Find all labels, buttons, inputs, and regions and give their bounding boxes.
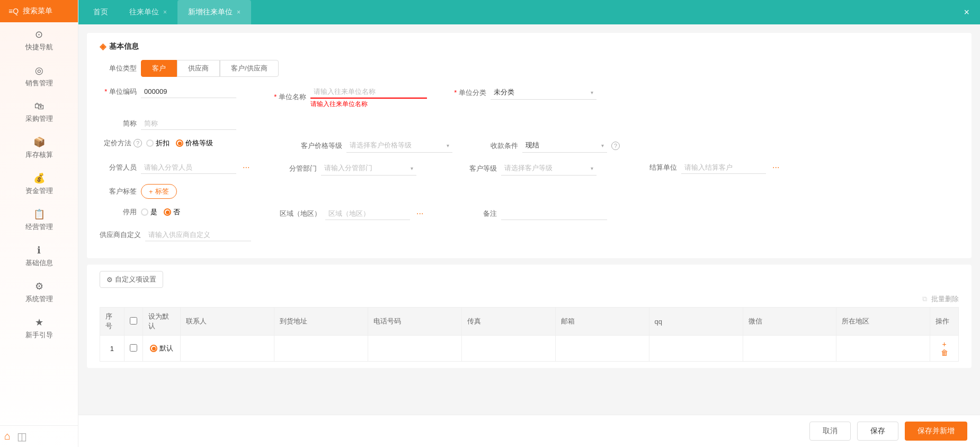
- cell-phone[interactable]: [368, 336, 462, 362]
- default-radio-item[interactable]: 默认: [148, 344, 175, 353]
- supplier-custom-row: 供应商自定义: [100, 229, 959, 241]
- customer-level-dropdown[interactable]: 请选择客户等级 ▾: [501, 161, 596, 176]
- cancel-button[interactable]: 取消: [809, 422, 851, 441]
- sidebar-label-basic-info: 基础信息: [25, 258, 53, 268]
- manager-more-btn[interactable]: ···: [240, 163, 252, 172]
- unit-type-row: 单位类型 客户供应商客户/供应商: [100, 60, 959, 77]
- settlement-more-btn[interactable]: ···: [770, 163, 781, 172]
- unit-name-input[interactable]: [310, 85, 427, 99]
- tab-close-new-partner[interactable]: ×: [237, 8, 240, 16]
- notes-field: 备注: [460, 207, 959, 220]
- sidebar-item-new-guide[interactable]: ★新手引导: [0, 310, 78, 346]
- row-checkbox[interactable]: [130, 344, 137, 352]
- col-7: 微信: [743, 308, 836, 336]
- supplier-custom-input[interactable]: [145, 229, 251, 241]
- tab-close-partner-list[interactable]: ×: [163, 8, 167, 16]
- tag-add-btn[interactable]: + 标签: [141, 184, 177, 199]
- settlement-label: 结算单位: [640, 163, 677, 172]
- region-table-input[interactable]: [842, 345, 924, 353]
- unit-code-input[interactable]: 000009: [141, 85, 236, 98]
- wechat-input[interactable]: [749, 345, 831, 353]
- sidebar-item-sales[interactable]: ◎销售管理: [0, 58, 78, 94]
- disabled-label: 停用: [100, 207, 137, 217]
- region-input[interactable]: [325, 207, 410, 220]
- sidebar-label-system: 系统管理: [25, 294, 53, 304]
- unit-type-btn-0[interactable]: 客户: [141, 60, 177, 77]
- sidebar-search[interactable]: ≡Q 搜索菜单: [0, 0, 78, 22]
- col-6: qq: [649, 308, 743, 336]
- contact-input[interactable]: [186, 345, 269, 353]
- copy-icon: ⧉: [922, 295, 927, 303]
- row-add-btn[interactable]: +: [941, 340, 948, 348]
- cell-region[interactable]: [836, 336, 930, 362]
- short-name-input[interactable]: [141, 117, 236, 130]
- cell-fax[interactable]: [461, 336, 555, 362]
- notes-input[interactable]: [501, 207, 607, 220]
- save-button[interactable]: 保存: [857, 422, 898, 441]
- unit-name-error: 请输入往来单位名称: [310, 100, 427, 109]
- sidebar-icon-quick-nav: ⊙: [35, 29, 43, 40]
- unit-code-field: * 单位编码 000009: [100, 85, 269, 98]
- select-all-checkbox[interactable]: [130, 317, 137, 325]
- unit-category-dropdown[interactable]: 未分类 ▾: [491, 85, 596, 100]
- email-input[interactable]: [561, 345, 644, 353]
- cell-contact[interactable]: [181, 336, 274, 362]
- sidebar-item-operations[interactable]: 📋经营管理: [0, 202, 78, 238]
- bulk-delete-btn[interactable]: 批量删除: [931, 295, 959, 303]
- save-new-button[interactable]: 保存并新增: [905, 422, 967, 441]
- tab-new-partner[interactable]: 新增往来单位×: [177, 0, 251, 24]
- manager-label: 分管人员: [100, 163, 137, 172]
- cell-actions: + 🗑: [930, 336, 959, 362]
- unit-name-label: * 单位名称: [269, 92, 306, 102]
- customer-price-level-dropdown[interactable]: 请选择客户价格等级 ▾: [346, 138, 452, 153]
- phone-input[interactable]: [373, 345, 456, 353]
- cell-qq[interactable]: [649, 336, 743, 362]
- sidebar-item-inventory[interactable]: 📦库存核算: [0, 130, 78, 166]
- sidebar-item-basic-info[interactable]: ℹ基础信息: [0, 238, 78, 274]
- payment-terms-dropdown[interactable]: 现结 ▾: [522, 138, 607, 153]
- sidebar-item-finance[interactable]: 💰资金管理: [0, 166, 78, 202]
- contact-table: 序号设为默认联系人到货地址电话号码传真邮箱qq微信所在地区操作 1 默认: [100, 307, 959, 362]
- tabs-container: 首页往来单位×新增往来单位×: [83, 0, 957, 24]
- disabled-yes-radio[interactable]: 是: [141, 207, 157, 217]
- sidebar-item-system[interactable]: ⚙系统管理: [0, 274, 78, 310]
- tab-bar-close-btn[interactable]: ×: [957, 7, 976, 18]
- fax-input[interactable]: [467, 345, 550, 353]
- manager-input[interactable]: [141, 161, 236, 174]
- sidebar-icon-operations: 📋: [33, 208, 45, 220]
- sidebar-item-quick-nav[interactable]: ⊙快捷导航: [0, 22, 78, 58]
- unit-type-btn-group: 客户供应商客户/供应商: [141, 60, 279, 77]
- tab-home[interactable]: 首页: [83, 0, 119, 24]
- cell-email[interactable]: [555, 336, 649, 362]
- cell-address[interactable]: [274, 336, 368, 362]
- disabled-no-radio[interactable]: 否: [164, 207, 180, 217]
- unit-type-btn-2[interactable]: 客户/供应商: [220, 60, 279, 77]
- tag-row: 客户标签 + 标签: [100, 184, 959, 199]
- table-header: 序号设为默认联系人到货地址电话号码传真邮箱qq微信所在地区操作: [100, 308, 959, 336]
- sidebar-item-purchase[interactable]: 🛍采购管理: [0, 94, 78, 130]
- tag-plus-icon: +: [149, 188, 153, 196]
- address-input[interactable]: [280, 345, 362, 353]
- payment-help-icon[interactable]: ?: [611, 142, 620, 150]
- sidebar-home-icon[interactable]: ⌂: [4, 430, 11, 443]
- col-4: 传真: [461, 308, 555, 336]
- region-more-btn[interactable]: ···: [414, 209, 425, 218]
- pricing-help-icon[interactable]: ?: [133, 139, 142, 147]
- department-dropdown[interactable]: 请输入分管部门 ▾: [321, 161, 416, 176]
- settlement-input[interactable]: [681, 161, 766, 174]
- col-8: 所在地区: [836, 308, 930, 336]
- default-checked-circle: [150, 345, 157, 352]
- code-name-row: * 单位编码 000009 * 单位名称 请输入往来单位名称: [100, 85, 959, 109]
- main-content: ◈ 基本信息 单位类型 客户供应商客户/供应商 * 单位编码 000009: [78, 24, 980, 415]
- cell-wechat[interactable]: [743, 336, 836, 362]
- row-delete-btn[interactable]: 🗑: [940, 348, 949, 357]
- qq-input[interactable]: [655, 345, 737, 353]
- sidebar-icon-sales: ◎: [35, 65, 43, 76]
- custom-settings-btn[interactable]: ⚙ 自定义项设置: [100, 271, 163, 288]
- pricing-radio-discount[interactable]: 折扣: [146, 138, 170, 148]
- tab-partner-list[interactable]: 往来单位×: [119, 0, 177, 24]
- pricing-radio-level[interactable]: 价格等级: [176, 138, 213, 148]
- unit-type-btn-1[interactable]: 供应商: [177, 60, 220, 77]
- sidebar-expand-icon[interactable]: ◫: [17, 430, 27, 443]
- basic-info-card: ◈ 基本信息 单位类型 客户供应商客户/供应商 * 单位编码 000009: [87, 33, 972, 258]
